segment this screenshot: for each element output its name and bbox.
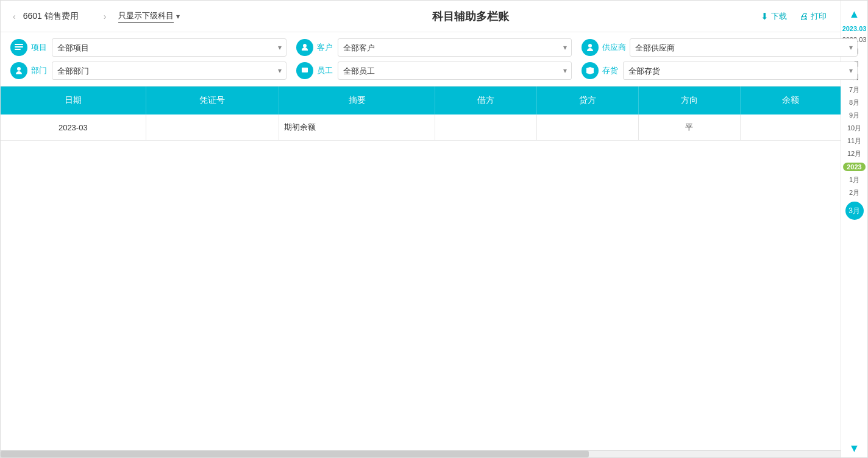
project-icon bbox=[10, 39, 27, 56]
print-button[interactable]: 🖨 打印 bbox=[799, 11, 827, 22]
sidebar-period-13[interactable]: 2月 bbox=[848, 186, 861, 199]
col-summary: 摘要 bbox=[279, 86, 435, 114]
dept-icon bbox=[10, 62, 27, 79]
sidebar-period-7[interactable]: 9月 bbox=[848, 109, 861, 122]
filter-row-2: 部门 全部部门 员工 全部员工 bbox=[10, 62, 858, 80]
cell-direction: 平 bbox=[638, 114, 740, 141]
dept-label: 部门 bbox=[31, 65, 48, 76]
project-select-wrapper: 全部项目 bbox=[52, 38, 286, 57]
customer-label: 客户 bbox=[317, 42, 334, 53]
project-select[interactable]: 全部项目 bbox=[52, 38, 286, 57]
inventory-label: 存货 bbox=[602, 65, 619, 76]
account-code: 6601 销售费用 bbox=[23, 11, 96, 22]
supplier-label: 供应商 bbox=[602, 42, 626, 53]
svg-point-4 bbox=[17, 67, 21, 71]
print-icon: 🖨 bbox=[799, 11, 808, 21]
supplier-select[interactable]: 全部供应商 bbox=[630, 38, 858, 57]
filter-bar: 项目 全部项目 客户 全部客户 bbox=[1, 32, 867, 86]
nav-left-arrow[interactable]: ‹ bbox=[10, 12, 18, 21]
sidebar-period-6[interactable]: 8月 bbox=[848, 96, 861, 109]
svg-rect-1 bbox=[15, 46, 23, 48]
download-icon: ⬇ bbox=[761, 11, 769, 22]
cell-summary: 期初余额 bbox=[279, 114, 435, 141]
svg-rect-2 bbox=[15, 49, 21, 50]
filter-item-employee: 员工 全部员工 bbox=[296, 62, 572, 80]
cell-voucher bbox=[146, 114, 279, 141]
sidebar-period-active[interactable]: 3月 bbox=[845, 202, 864, 220]
col-balance: 余额 bbox=[740, 86, 841, 114]
table-header-row: 日期 凭证号 摘要 借方 贷方 方向 余额 bbox=[1, 86, 841, 114]
sidebar-period-5[interactable]: 7月 bbox=[848, 83, 861, 96]
inventory-icon bbox=[582, 62, 599, 79]
svg-rect-5 bbox=[302, 68, 308, 72]
sidebar-year-badge[interactable]: 2023 bbox=[843, 163, 865, 171]
main-window: ▲ 2023.03 2023.03 4月 5月 6月 7月 8月 9月 10月 … bbox=[0, 0, 868, 458]
cell-credit bbox=[536, 114, 638, 141]
employee-icon bbox=[296, 62, 313, 79]
sidebar-period-8[interactable]: 10月 bbox=[846, 122, 863, 135]
data-table: 日期 凭证号 摘要 借方 贷方 方向 余额 2023-03 期初余额 平 bbox=[1, 86, 841, 141]
employee-select[interactable]: 全部员工 bbox=[338, 62, 572, 80]
cell-debit bbox=[435, 114, 537, 141]
filter-item-dept: 部门 全部部门 bbox=[10, 62, 286, 80]
col-debit: 借方 bbox=[435, 86, 537, 114]
cell-date: 2023-03 bbox=[1, 114, 146, 141]
cell-balance bbox=[740, 114, 841, 141]
col-date: 日期 bbox=[1, 86, 146, 114]
filter-item-project: 项目 全部项目 bbox=[10, 38, 286, 57]
svg-point-3 bbox=[588, 44, 592, 48]
customer-icon bbox=[296, 39, 313, 56]
table-row: 2023-03 期初余额 平 bbox=[1, 114, 841, 141]
inventory-select-wrapper: 全部存货 bbox=[623, 62, 858, 80]
sidebar-period-0[interactable]: 2023.03 bbox=[841, 23, 867, 34]
print-label: 打印 bbox=[811, 11, 827, 22]
top-bar: ‹ 6601 销售费用 › 只显示下级科目 ▾ 科目辅助多栏账 ⬇ 下载 🖨 打… bbox=[1, 1, 867, 32]
only-sub-label[interactable]: 只显示下级科目 bbox=[118, 10, 174, 23]
col-voucher: 凭证号 bbox=[146, 86, 279, 114]
customer-select-wrapper: 全部客户 bbox=[338, 38, 572, 57]
sidebar-period-10[interactable]: 12月 bbox=[846, 147, 863, 160]
sidebar-scroll-down[interactable]: ▼ bbox=[847, 440, 863, 457]
sidebar-scroll-up[interactable]: ▲ bbox=[847, 5, 863, 23]
employee-select-wrapper: 全部员工 bbox=[338, 62, 572, 80]
sidebar-content: 2023.03 2023.03 4月 5月 6月 7月 8月 9月 10月 11… bbox=[841, 23, 867, 440]
dept-select-wrapper: 全部部门 bbox=[52, 62, 286, 80]
bottom-scrollbar[interactable] bbox=[1, 450, 841, 457]
nav-right-arrow[interactable]: › bbox=[101, 12, 109, 21]
inventory-select[interactable]: 全部存货 bbox=[623, 62, 858, 80]
filter-item-inventory: 存货 全部存货 bbox=[582, 62, 858, 80]
filter-row-1: 项目 全部项目 客户 全部客户 bbox=[10, 38, 858, 57]
scrollbar-thumb[interactable] bbox=[1, 451, 589, 457]
table-container: 日期 凭证号 摘要 借方 贷方 方向 余额 2023-03 期初余额 平 bbox=[1, 86, 841, 141]
download-button[interactable]: ⬇ 下载 bbox=[761, 11, 787, 22]
col-direction: 方向 bbox=[638, 86, 740, 114]
download-label: 下载 bbox=[771, 11, 787, 22]
col-credit: 贷方 bbox=[536, 86, 638, 114]
project-label: 项目 bbox=[31, 42, 48, 53]
dept-select[interactable]: 全部部门 bbox=[52, 62, 286, 80]
page-title: 科目辅助多栏账 bbox=[180, 9, 761, 24]
supplier-select-wrapper: 全部供应商 bbox=[630, 38, 858, 57]
sidebar-period-12[interactable]: 1月 bbox=[848, 174, 861, 186]
sidebar-period-9[interactable]: 11月 bbox=[846, 135, 863, 147]
svg-rect-0 bbox=[15, 44, 23, 45]
filter-item-customer: 客户 全部客户 bbox=[296, 38, 572, 57]
supplier-icon bbox=[582, 39, 599, 56]
customer-select[interactable]: 全部客户 bbox=[338, 38, 572, 57]
filter-item-supplier: 供应商 全部供应商 bbox=[582, 38, 858, 57]
employee-label: 员工 bbox=[317, 65, 334, 76]
